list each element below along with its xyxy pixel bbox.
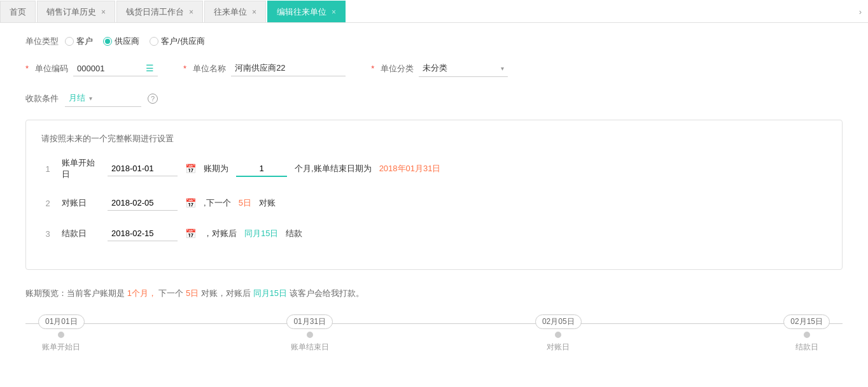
timeline-point-1: 01月01日 账单开始日: [38, 314, 85, 353]
unit-category-group: * 单位分类 未分类 ▾: [371, 60, 508, 77]
unit-category-label: 单位分类: [381, 63, 414, 74]
tab-edit-counterpart[interactable]: 编辑往来单位 ×: [267, 1, 346, 22]
timeline-desc-1: 账单开始日: [42, 342, 80, 353]
close-tab-cash-work[interactable]: ×: [189, 8, 193, 17]
close-tab-edit-counterpart[interactable]: ×: [332, 8, 336, 17]
radio-customer[interactable]: 客户: [65, 36, 93, 47]
tab-more-button[interactable]: ›: [853, 1, 868, 22]
timeline-dot-2: [307, 332, 313, 338]
timeline-point-4: 02月15日 结款日: [783, 314, 830, 353]
radio-circle-supplier: [103, 37, 112, 46]
help-icon[interactable]: ?: [148, 94, 158, 104]
calendar-icon-2[interactable]: 📅: [185, 198, 196, 208]
tab-home[interactable]: 首页: [0, 1, 36, 22]
close-tab-counterpart[interactable]: ×: [252, 8, 256, 17]
unit-type-row: 单位类型 客户 供应商 客户/供应商: [25, 36, 843, 47]
payment-terms-value: 月结: [69, 92, 85, 104]
calendar-icon-1[interactable]: 📅: [185, 164, 196, 174]
setting-row-2: 2 对账日 📅 ,下一个 5日 对账: [41, 195, 827, 211]
period-value-input[interactable]: [236, 161, 287, 177]
timeline-date-4: 02月15日: [783, 314, 830, 329]
tab-sales-history[interactable]: 销售订单历史 ×: [37, 1, 115, 22]
unit-type-label: 单位类型: [25, 36, 59, 47]
payment-terms-row: 收款条件 月结 ▾ ?: [25, 90, 843, 107]
reconcile-date-input[interactable]: [108, 195, 178, 211]
tab-counterpart[interactable]: 往来单位 ×: [204, 1, 266, 22]
preview-part2-after: 对账，对账后: [201, 288, 251, 298]
unit-name-input[interactable]: [231, 61, 346, 76]
payment-terms-dropdown[interactable]: 月结 ▾: [65, 90, 141, 107]
timeline-date-1: 01月01日: [38, 314, 85, 329]
row-num-3: 3: [41, 229, 54, 239]
chevron-right-icon: ›: [859, 7, 862, 17]
preview-section: 账期预览：当前客户账期是 1个月， 下一个 5日 对账，对账后 同月15日 该客…: [25, 280, 843, 360]
settings-card: 请按照未来的一个完整帐期进行设置 1 账单开始日 📅 账期为 个月,账单结束日期…: [25, 120, 843, 270]
preview-text: 账期预览：当前客户账期是 1个月， 下一个 5日 对账，对账后 同月15日 该客…: [25, 288, 843, 299]
radio-circle-customer: [65, 37, 74, 46]
row-label-2: 对账日: [62, 197, 100, 209]
preview-prefix: 账期预览：当前客户账期是: [25, 288, 125, 298]
settlement-suffix: 结款: [286, 228, 302, 239]
preview-part2-before: 下一个: [158, 288, 183, 298]
close-tab-sales-history[interactable]: ×: [101, 8, 106, 17]
setting-row-3: 3 结款日 📅 ，对账后 同月15日 结款: [41, 226, 827, 241]
unit-type-radio-group: 客户 供应商 客户/供应商: [65, 36, 205, 47]
unit-info-row: * 单位编码 ☰ * 单位名称 * 单位分类 未分类 ▾: [25, 60, 843, 77]
end-date-highlight: 2018年01月31日: [379, 163, 441, 174]
main-content: 单位类型 客户 供应商 客户/供应商 * 单位编码 ☰: [0, 23, 868, 387]
radio-supplier[interactable]: 供应商: [103, 36, 139, 47]
timeline-date-3: 02月05日: [535, 314, 582, 329]
timeline-dot-1: [58, 332, 64, 338]
timeline-point-2: 01月31日 账单结束日: [286, 314, 333, 353]
reconcile-highlight: 5日: [239, 197, 251, 209]
timeline-date-2: 01月31日: [286, 314, 333, 329]
row-num-1: 1: [41, 164, 54, 174]
row-num-2: 2: [41, 199, 54, 208]
calendar-icon-3[interactable]: 📅: [185, 229, 196, 239]
timeline-desc-4: 结款日: [795, 342, 818, 353]
timeline-dot-3: [555, 332, 561, 338]
required-star-code: *: [25, 64, 29, 73]
tab-bar: 首页 销售订单历史 × 钱货日清工作台 × 往来单位 × 编辑往来单位 × ›: [0, 0, 868, 23]
preview-highlight-2: 5日: [186, 288, 199, 298]
timeline: 01月01日 账单开始日 01月31日 账单结束日 02月05日 对账日: [38, 314, 830, 353]
timeline-container: 01月01日 账单开始日 01月31日 账单结束日 02月05日 对账日: [25, 314, 843, 353]
required-star-name: *: [183, 64, 186, 73]
unit-code-label: 单位编码: [35, 63, 68, 74]
required-star-category: *: [371, 64, 374, 73]
chevron-down-icon-payment: ▾: [89, 95, 92, 102]
unit-name-label: 单位名称: [193, 63, 226, 74]
preview-suffix: 该客户会给我打款。: [290, 288, 364, 298]
unit-category-value: 未分类: [423, 62, 497, 74]
settlement-date-input[interactable]: [108, 226, 178, 241]
list-icon[interactable]: ☰: [146, 63, 154, 73]
preview-highlight-3: 同月15日: [253, 288, 287, 298]
unit-name-group: * 单位名称: [183, 61, 346, 76]
reconcile-suffix: 对账: [259, 197, 276, 209]
unit-code-input-wrapper: ☰: [73, 60, 158, 76]
preview-highlight-1: 1个月，: [127, 288, 157, 298]
timeline-desc-3: 对账日: [547, 342, 570, 353]
period-suffix: 个月,账单结束日期为: [295, 163, 372, 174]
settlement-highlight: 同月15日: [244, 228, 278, 239]
settlement-prefix: ，对账后: [204, 228, 237, 239]
payment-terms-label: 收款条件: [25, 93, 59, 104]
row-label-3: 结款日: [62, 228, 100, 239]
radio-circle-both: [150, 37, 158, 46]
reconcile-prefix: ,下一个: [204, 197, 231, 209]
timeline-dot-4: [804, 332, 810, 338]
timeline-point-3: 02月05日 对账日: [535, 314, 582, 353]
setting-row-1: 1 账单开始日 📅 账期为 个月,账单结束日期为 2018年01月31日: [41, 157, 827, 180]
period-label: 账期为: [204, 163, 228, 174]
chevron-down-icon: ▾: [501, 65, 504, 72]
unit-category-dropdown[interactable]: 未分类 ▾: [419, 60, 508, 77]
card-title: 请按照未来的一个完整帐期进行设置: [41, 133, 827, 144]
start-date-input[interactable]: [108, 161, 178, 176]
tab-cash-work[interactable]: 钱货日清工作台 ×: [116, 1, 203, 22]
timeline-desc-2: 账单结束日: [291, 342, 329, 353]
unit-code-input[interactable]: [77, 64, 141, 73]
radio-both[interactable]: 客户/供应商: [150, 36, 205, 47]
row-label-1: 账单开始日: [62, 157, 100, 180]
unit-code-group: * 单位编码 ☰: [25, 60, 158, 76]
